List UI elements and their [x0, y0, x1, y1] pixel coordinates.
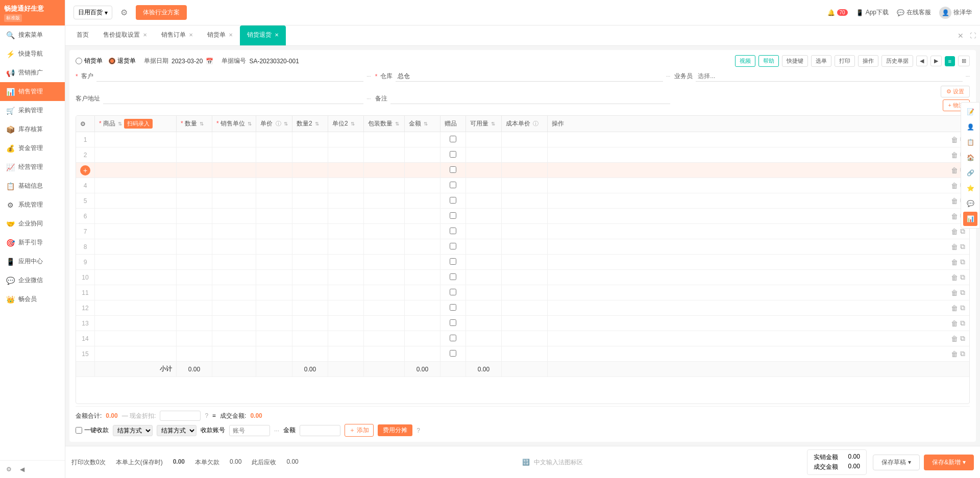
- one-click-collect-checkbox[interactable]: 一键收款: [76, 426, 109, 435]
- sidebar-item-shortcuts[interactable]: ⚡ 快捷导航: [0, 44, 65, 63]
- quantity2-cell-6[interactable]: [292, 224, 328, 239]
- unit-price-cell-9[interactable]: [256, 270, 292, 285]
- gift-checkbox-4[interactable]: [450, 197, 456, 204]
- unit2-cell-6[interactable]: [328, 224, 364, 239]
- notes-input[interactable]: [390, 93, 671, 104]
- copy-row-btn-12[interactable]: ⧉: [960, 319, 965, 328]
- cost-price-info-icon[interactable]: ⓘ: [533, 120, 538, 127]
- next-page-btn[interactable]: ▶: [930, 56, 942, 66]
- delete-row-btn-1[interactable]: 🗑: [951, 150, 958, 159]
- amount-cell-8[interactable]: [405, 255, 440, 270]
- cost-price-cell-6[interactable]: [502, 224, 548, 239]
- sales-unit-cell-3[interactable]: [212, 178, 256, 193]
- available-cell-4[interactable]: [466, 193, 502, 209]
- unit2-cell-12[interactable]: [328, 316, 364, 331]
- cash-discount-input[interactable]: [160, 411, 201, 421]
- side-icon-6[interactable]: ⭐: [963, 181, 977, 195]
- quantity2-cell-12[interactable]: [292, 316, 328, 331]
- quantity2-cell-8[interactable]: [292, 255, 328, 270]
- quantity-cell-8[interactable]: [177, 255, 212, 270]
- tab-price-setting-close[interactable]: ✕: [143, 32, 147, 38]
- quantity-cell-14[interactable]: [177, 346, 212, 362]
- warehouse-input[interactable]: [396, 71, 663, 82]
- sales-unit-cell-9[interactable]: [212, 270, 256, 285]
- scan-btn[interactable]: 扫码录入: [124, 119, 153, 129]
- available-cell-8[interactable]: [466, 255, 502, 270]
- copy-row-btn-10[interactable]: ⧉: [960, 288, 965, 297]
- sales-unit-cell-2[interactable]: [212, 163, 256, 178]
- pack-quantity-cell-11[interactable]: [364, 300, 405, 316]
- quantity2-cell-4[interactable]: [292, 193, 328, 209]
- available-cell-2[interactable]: [466, 163, 502, 178]
- quantity2-cell-9[interactable]: [292, 270, 328, 285]
- sidebar-item-appstore[interactable]: 📱 应用中心: [0, 252, 65, 271]
- cost-price-cell-3[interactable]: [502, 178, 548, 193]
- pack-quantity-cell-0[interactable]: [364, 132, 405, 147]
- gift-cell-4[interactable]: [440, 193, 466, 209]
- amount-cell-5[interactable]: [405, 209, 440, 224]
- gift-checkbox-0[interactable]: [450, 136, 456, 142]
- pack-quantity-cell-10[interactable]: [364, 285, 405, 300]
- address-input[interactable]: [103, 93, 363, 104]
- unit-price-cell-7[interactable]: [256, 239, 292, 255]
- amount-cell-14[interactable]: [405, 346, 440, 362]
- history-btn[interactable]: 历史单据: [881, 55, 913, 67]
- settings-gear-btn[interactable]: ⚙: [116, 6, 132, 19]
- unit2-cell-11[interactable]: [328, 300, 364, 316]
- date-value[interactable]: 2023-03-20: [172, 58, 203, 65]
- product-cell-4[interactable]: [95, 193, 177, 209]
- unit-price-cell-14[interactable]: [256, 346, 292, 362]
- amount-cell-0[interactable]: [405, 132, 440, 147]
- gift-cell-11[interactable]: [440, 300, 466, 316]
- amount-cell-4[interactable]: [405, 193, 440, 209]
- sidebar-item-search[interactable]: 🔍 搜索菜单: [0, 26, 65, 44]
- unit2-cell-4[interactable]: [328, 193, 364, 209]
- tab-price-setting[interactable]: 售价提取设置 ✕: [96, 26, 154, 45]
- amount-cell-1[interactable]: [405, 147, 440, 163]
- product-sort-icon[interactable]: ⇅: [118, 121, 122, 127]
- amount-cell-2[interactable]: [405, 163, 440, 178]
- side-icon-4[interactable]: 🏠: [963, 150, 977, 165]
- prev-page-btn[interactable]: ◀: [916, 56, 927, 66]
- pack-quantity-cell-5[interactable]: [364, 209, 405, 224]
- sidebar-item-enterprise[interactable]: 🤝 企业协同: [0, 214, 65, 233]
- gift-cell-1[interactable]: [440, 147, 466, 163]
- side-icon-8[interactable]: 📊: [963, 212, 977, 226]
- available-cell-10[interactable]: [466, 285, 502, 300]
- gift-checkbox-8[interactable]: [450, 258, 456, 265]
- pack-quantity-cell-9[interactable]: [364, 270, 405, 285]
- amount-cell-6[interactable]: [405, 224, 440, 239]
- pack-quantity-cell-3[interactable]: [364, 178, 405, 193]
- available-cell-11[interactable]: [466, 300, 502, 316]
- delete-row-btn-12[interactable]: 🗑: [951, 319, 958, 328]
- gift-checkbox-2[interactable]: [450, 166, 456, 173]
- delete-row-btn-6[interactable]: 🗑: [951, 227, 958, 236]
- gift-checkbox-10[interactable]: [450, 289, 456, 295]
- available-cell-6[interactable]: [466, 224, 502, 239]
- radio-return-input[interactable]: [109, 58, 115, 64]
- gift-cell-9[interactable]: [440, 270, 466, 285]
- unit2-cell-14[interactable]: [328, 346, 364, 362]
- quantity-cell-5[interactable]: [177, 209, 212, 224]
- quantity-cell-13[interactable]: [177, 331, 212, 346]
- sidebar-item-marketing[interactable]: 📢 营销推广: [0, 63, 65, 82]
- sidebar-item-inventory[interactable]: 📦 库存核算: [0, 120, 65, 139]
- product-cell-3[interactable]: [95, 178, 177, 193]
- industry-dropdown[interactable]: 日用百货 ▾: [74, 6, 112, 19]
- unit-price-info-icon[interactable]: ⓘ: [276, 120, 281, 127]
- delete-row-btn-3[interactable]: 🗑: [951, 181, 958, 190]
- gift-cell-5[interactable]: [440, 209, 466, 224]
- unit-price-cell-3[interactable]: [256, 178, 292, 193]
- quantity-cell-11[interactable]: [177, 300, 212, 316]
- quantity-cell-1[interactable]: [177, 147, 212, 163]
- quantity2-cell-5[interactable]: [292, 209, 328, 224]
- staff-input[interactable]: [696, 71, 962, 82]
- col-settings-header[interactable]: ⚙: [76, 116, 95, 132]
- product-cell-11[interactable]: [95, 300, 177, 316]
- one-click-collect-input[interactable]: [76, 427, 82, 434]
- gift-cell-0[interactable]: [440, 132, 466, 147]
- pack-quantity-cell-13[interactable]: [364, 331, 405, 346]
- app-download-item[interactable]: 📱 App下载: [856, 8, 889, 17]
- product-cell-6[interactable]: [95, 224, 177, 239]
- unit-price-cell-10[interactable]: [256, 285, 292, 300]
